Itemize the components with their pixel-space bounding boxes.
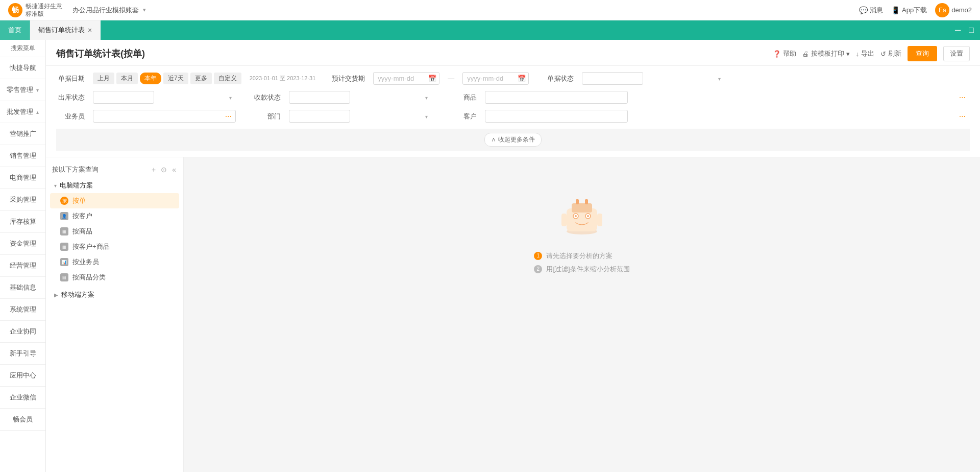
customer-input[interactable] (485, 110, 628, 123)
sidebar-item-sales[interactable]: 销售管理 (0, 145, 45, 167)
tab-home[interactable]: 首页 (0, 20, 30, 40)
page-title: 销售订单统计表(按单) (56, 48, 145, 60)
scheme-item-by-customer[interactable]: 👤 按客户 (50, 208, 179, 224)
payment-status-label: 收款状态 (252, 93, 281, 102)
salesperson-ellipsis-btn[interactable]: ··· (223, 112, 234, 121)
order-status-select[interactable] (582, 72, 643, 85)
payment-dropdown-icon: ▾ (425, 95, 428, 100)
sidebar-item-ecommerce[interactable]: 电商管理 (0, 167, 45, 189)
date-shortcuts: 上月 本月 本年 近7天 更多 自定义 (93, 73, 241, 84)
date-7days-btn[interactable]: 近7天 (163, 73, 188, 84)
scheme-settings-btn[interactable]: ⊙ (160, 164, 168, 175)
user-menu[interactable]: Ea demo2 (935, 3, 972, 17)
department-dropdown-icon: ▾ (425, 113, 428, 119)
svg-rect-10 (597, 214, 602, 226)
empty-state: 1 请先选择要分析的方案 2 用[过滤]条件来缩小分析范围 (184, 157, 980, 306)
sidebar-item-member[interactable]: 畅会员 (0, 409, 45, 431)
nav-tabs: 首页 销售订单统计表 × ─ □ (0, 20, 980, 40)
expected-delivery-end-wrap: 📅 (462, 72, 529, 85)
app-download-btn[interactable]: 📱 App下载 (891, 6, 927, 15)
salesperson-input[interactable] (93, 110, 236, 123)
empty-hint-2: 2 用[过滤]条件来缩小分析范围 (534, 263, 629, 276)
goods-input[interactable] (485, 91, 628, 104)
scheme-item-by-goods-category[interactable]: ▤ 按商品分类 (50, 270, 179, 285)
date-this-year-btn[interactable]: 本年 (140, 73, 161, 84)
collapse-panel-btn[interactable]: « (171, 164, 177, 175)
sidebar-item-marketing[interactable]: 营销推广 (0, 123, 45, 145)
settings-btn[interactable]: 设置 (943, 46, 970, 61)
calendar-icon-2: 📅 (518, 75, 526, 82)
avatar: Ea (935, 3, 949, 17)
date-custom-btn[interactable]: 自定义 (214, 73, 241, 84)
scheme-section-pc: ▾ 电脑端方案 按 按单 👤 按客户 ▦ 按商 (50, 178, 179, 285)
phone-icon: 📱 (891, 6, 900, 14)
scheme-icon-by-salesperson: 📊 (60, 258, 68, 266)
tab-close-btn[interactable]: × (88, 27, 92, 34)
sidebar-item-finance[interactable]: 资金管理 (0, 233, 45, 255)
sidebar-item-newbie[interactable]: 新手引导 (0, 343, 45, 365)
date-last-month-btn[interactable]: 上月 (93, 73, 114, 84)
customer-ellipsis-btn[interactable]: ··· (957, 112, 968, 121)
minimize-btn[interactable]: ─ (953, 26, 963, 35)
sidebar-item-enterprise[interactable]: 企业协同 (0, 321, 45, 343)
payment-status-wrap: ▾ (289, 91, 432, 104)
data-area: 1 请先选择要分析的方案 2 用[过滤]条件来缩小分析范围 (184, 157, 980, 472)
svg-rect-4 (585, 199, 588, 204)
goods-ellipsis-btn[interactable]: ··· (957, 93, 968, 102)
delivery-status-select[interactable] (93, 91, 154, 104)
logo-area: 畅 畅捷通好生意 标准版 (8, 3, 62, 17)
export-btn[interactable]: ↓ 导出 (856, 49, 875, 58)
message-btn[interactable]: 💬 消息 (859, 6, 883, 15)
delivery-status-label: 出库状态 (56, 93, 85, 102)
app-title-dropdown[interactable]: ▾ (143, 7, 146, 13)
sidebar-item-operations[interactable]: 经营管理 (0, 255, 45, 277)
tab-sales-order-stats[interactable]: 销售订单统计表 × (30, 20, 101, 40)
goods-label: 商品 (448, 93, 477, 102)
sidebar-item-retail[interactable]: 零售管理 ▾ (0, 79, 45, 101)
sidebar-search[interactable]: 搜索菜单 (0, 40, 45, 57)
payment-status-select[interactable] (289, 91, 350, 104)
department-select[interactable] (289, 110, 350, 123)
scheme-item-by-order[interactable]: 按 按单 (50, 193, 179, 208)
salesperson-label: 业务员 (56, 112, 85, 121)
sidebar-item-wholesale[interactable]: 批发管理 ▴ (0, 101, 45, 123)
message-icon: 💬 (859, 6, 868, 14)
scheme-item-by-customer-goods[interactable]: ▦ 按客户+商品 (50, 239, 179, 254)
add-scheme-btn[interactable]: + (151, 164, 157, 175)
maximize-btn[interactable]: □ (967, 26, 976, 35)
svg-point-8 (587, 215, 589, 217)
filter-row-1: 单据日期 上月 本月 本年 近7天 更多 自定义 2023-01-01 至 20… (56, 72, 970, 85)
refresh-btn[interactable]: ↺ 刷新 (880, 49, 901, 58)
sidebar-item-inventory[interactable]: 库存核算 (0, 211, 45, 233)
help-btn[interactable]: ❓ 帮助 (773, 49, 796, 58)
left-panel-icons: + ⊙ « (151, 164, 177, 175)
order-status-wrap: ▾ (582, 72, 725, 85)
template-print-btn[interactable]: 🖨 按模板打印 ▾ (802, 49, 850, 58)
sidebar-item-purchase[interactable]: 采购管理 (0, 189, 45, 211)
help-icon: ❓ (773, 50, 781, 58)
filter-row-3: 业务员 ··· 部门 ▾ 客户 ··· (56, 110, 970, 123)
sidebar-item-apps[interactable]: 应用中心 (0, 365, 45, 387)
query-btn[interactable]: 查询 (908, 46, 937, 61)
collapse-conditions-btn[interactable]: ∧ 收起更多条件 (484, 133, 541, 147)
sidebar-item-system[interactable]: 系统管理 (0, 299, 45, 321)
scheme-section-pc-title[interactable]: ▾ 电脑端方案 (50, 178, 179, 193)
left-panel-wrap: 按以下方案查询 + ⊙ « ▾ 电脑端方案 (46, 157, 980, 472)
empty-hint-1: 1 请先选择要分析的方案 (534, 249, 629, 263)
chevron-down-icon: ▾ (54, 183, 57, 188)
scheme-list: ▾ 电脑端方案 按 按单 👤 按客户 ▦ 按商 (46, 178, 183, 302)
top-bar-left: 畅 畅捷通好生意 标准版 办公用品行业模拟账套 ▾ (8, 3, 146, 17)
date-more-btn[interactable]: 更多 (190, 73, 212, 84)
sidebar-item-basic[interactable]: 基础信息 (0, 277, 45, 299)
sidebar-quick-nav[interactable]: 快捷导航 (0, 57, 45, 79)
collapse-bar: ∧ 收起更多条件 (56, 129, 970, 151)
date-this-month-btn[interactable]: 本月 (116, 73, 138, 84)
filter-panel: 单据日期 上月 本月 本年 近7天 更多 自定义 2023-01-01 至 20… (46, 66, 980, 157)
sidebar-item-wechat[interactable]: 企业微信 (0, 387, 45, 409)
scheme-item-by-salesperson[interactable]: 📊 按业务员 (50, 254, 179, 270)
svg-rect-9 (561, 214, 567, 226)
scheme-item-by-goods[interactable]: ▦ 按商品 (50, 224, 179, 239)
salesperson-wrap: ··· (93, 110, 236, 123)
date-label: 单据日期 (56, 74, 85, 83)
scheme-section-mobile-title[interactable]: ▶ 移动端方案 (50, 287, 179, 302)
